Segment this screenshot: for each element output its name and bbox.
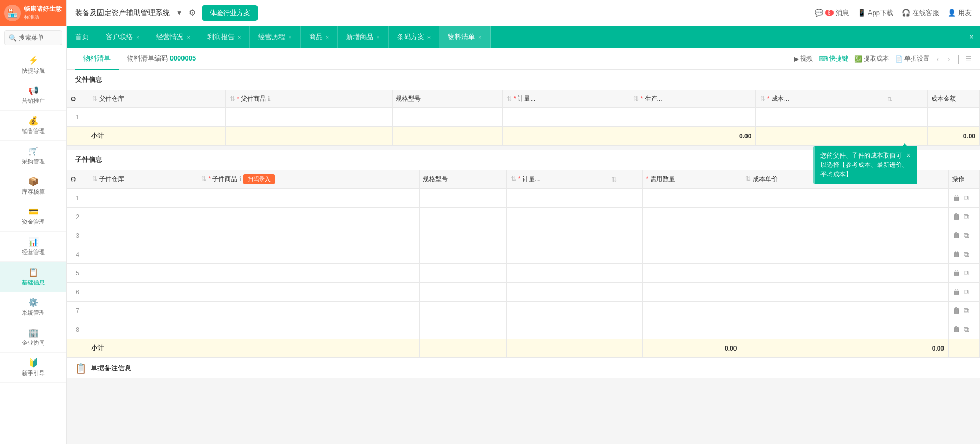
view-video-btn[interactable]: ▶ 视频 xyxy=(794,54,813,63)
child-row-4-goods[interactable] xyxy=(197,245,420,264)
child-settings-icon[interactable]: ⚙ xyxy=(70,176,76,183)
sidebar-item-quick-nav[interactable]: ⚡ 快捷导航 xyxy=(0,50,66,80)
child-row-6-warehouse[interactable] xyxy=(88,283,197,302)
tab-profit-report[interactable]: 利润报告 × xyxy=(199,26,250,48)
tab-goods[interactable]: 商品 × xyxy=(301,26,338,48)
child-row-8-delete-btn[interactable]: 🗑 xyxy=(952,324,961,334)
child-row-1-unit-cost[interactable] xyxy=(741,189,850,208)
app-download-item[interactable]: 📱 App下载 xyxy=(858,8,893,18)
child-row-6-copy-btn[interactable]: ⧉ xyxy=(963,286,970,297)
child-row-7-copy-btn[interactable]: ⧉ xyxy=(963,305,970,316)
child-row-1-goods[interactable] xyxy=(197,189,420,208)
tab-barcode[interactable]: 条码方案 × xyxy=(389,26,439,48)
child-row-7-unit-cost[interactable] xyxy=(741,302,850,320)
settings-btn[interactable]: ⚙ xyxy=(189,8,196,18)
tab-goods-close[interactable]: × xyxy=(326,34,329,40)
child-row-7-warehouse[interactable] xyxy=(88,302,197,320)
tab-new-goods-close[interactable]: × xyxy=(376,34,379,40)
sidebar-item-operation[interactable]: 📊 经营管理 xyxy=(0,232,66,262)
child-row-7-qty[interactable] xyxy=(643,302,741,320)
child-row-3-spec[interactable] xyxy=(420,226,507,245)
child-row-4-copy-btn[interactable]: ⧉ xyxy=(963,249,970,260)
sidebar-item-basic-info[interactable]: 📋 基础信息 xyxy=(0,262,66,292)
child-row-2-unit[interactable] xyxy=(507,208,607,226)
child-row-2-qty[interactable] xyxy=(643,208,741,226)
child-row-5-unit[interactable] xyxy=(507,264,607,283)
child-row-1-copy-btn[interactable]: ⧉ xyxy=(963,193,970,203)
child-row-7-delete-btn[interactable]: 🗑 xyxy=(952,305,961,316)
child-row-1-spec[interactable] xyxy=(420,189,507,208)
child-row-3-warehouse[interactable] xyxy=(88,226,197,245)
sidebar-item-purchase[interactable]: 🛒 采购管理 xyxy=(0,141,66,171)
parent-row-1-production[interactable] xyxy=(629,108,756,127)
child-row-8-unit-cost[interactable] xyxy=(741,320,850,339)
child-row-7-spec[interactable] xyxy=(420,302,507,320)
child-row-8-unit[interactable] xyxy=(507,320,607,339)
tab-operation-history[interactable]: 经营历程 × xyxy=(250,26,300,48)
child-row-3-qty[interactable] xyxy=(643,226,741,245)
sub-tab-bom-code[interactable]: 物料清单编码 0000005 xyxy=(119,48,204,70)
child-row-8-qty[interactable] xyxy=(643,320,741,339)
parent-row-1-cost[interactable] xyxy=(756,108,883,127)
child-row-5-unit-cost[interactable] xyxy=(741,264,850,283)
child-row-7-unit[interactable] xyxy=(507,302,607,320)
child-row-5-delete-btn[interactable]: 🗑 xyxy=(952,268,961,278)
tab-bom-list[interactable]: 物料清单 × xyxy=(439,26,490,48)
parent-row-1-goods[interactable] xyxy=(225,108,392,127)
child-row-8-copy-btn[interactable]: ⧉ xyxy=(963,324,970,335)
tab-home[interactable]: 首页 xyxy=(67,26,97,48)
child-row-3-unit-cost[interactable] xyxy=(741,226,850,245)
child-row-3-goods[interactable] xyxy=(197,226,420,245)
child-row-4-spec[interactable] xyxy=(420,245,507,264)
child-row-3-copy-btn[interactable]: ⧉ xyxy=(963,230,970,241)
child-row-2-spec[interactable] xyxy=(420,208,507,226)
sidebar-item-inventory[interactable]: 📦 库存核算 xyxy=(0,171,66,201)
system-dropdown-btn[interactable]: ▼ xyxy=(176,9,182,17)
trial-btn[interactable]: 体验行业方案 xyxy=(202,5,258,21)
child-row-8-goods[interactable] xyxy=(197,320,420,339)
child-row-4-unit-cost[interactable] xyxy=(741,245,850,264)
child-row-2-copy-btn[interactable]: ⧉ xyxy=(963,211,970,222)
child-row-5-warehouse[interactable] xyxy=(88,264,197,283)
child-row-1-unit[interactable] xyxy=(507,189,607,208)
tab-profit-report-close[interactable]: × xyxy=(238,34,241,40)
next-arrow[interactable]: › xyxy=(947,55,951,63)
list-view-icon[interactable]: ☰ xyxy=(966,55,972,63)
child-row-2-unit-cost[interactable] xyxy=(741,208,850,226)
sidebar-item-sales[interactable]: 💰 销售管理 xyxy=(0,111,66,141)
sub-tab-bom-list[interactable]: 物料清单 xyxy=(75,48,119,70)
parent-row-1-spec[interactable] xyxy=(393,108,503,127)
tab-operation-status-close[interactable]: × xyxy=(187,34,190,40)
tab-customer-close[interactable]: × xyxy=(136,34,139,40)
tab-bar-close-btn[interactable]: × xyxy=(963,32,980,42)
child-row-1-delete-btn[interactable]: 🗑 xyxy=(952,193,961,203)
user-item[interactable]: 👤 用友 xyxy=(948,8,972,18)
child-row-3-unit[interactable] xyxy=(507,226,607,245)
tab-bom-list-close[interactable]: × xyxy=(478,34,481,40)
child-row-6-goods[interactable] xyxy=(197,283,420,302)
child-row-5-qty[interactable] xyxy=(643,264,741,283)
extract-cost-btn[interactable]: 💹 提取成本 xyxy=(854,54,889,63)
single-settings-btn[interactable]: 📄 单据设置 xyxy=(895,54,929,63)
child-row-2-warehouse[interactable] xyxy=(88,208,197,226)
tab-barcode-close[interactable]: × xyxy=(427,34,431,40)
parent-row-1-warehouse[interactable] xyxy=(88,108,226,127)
child-row-1-warehouse[interactable] xyxy=(88,189,197,208)
tab-operation-status[interactable]: 经营情况 × xyxy=(148,26,199,48)
sidebar-item-finance[interactable]: 💳 资金管理 xyxy=(0,201,66,232)
tooltip-close-btn[interactable]: × xyxy=(906,151,910,160)
child-row-3-delete-btn[interactable]: 🗑 xyxy=(952,230,961,241)
child-row-8-spec[interactable] xyxy=(420,320,507,339)
child-row-2-goods[interactable] xyxy=(197,208,420,226)
child-row-1-qty[interactable] xyxy=(643,189,741,208)
parent-row-1-unit[interactable] xyxy=(503,108,629,127)
settings-icon[interactable]: ⚙ xyxy=(70,95,76,103)
child-row-5-copy-btn[interactable]: ⧉ xyxy=(963,268,970,279)
tab-customer[interactable]: 客户联络 × xyxy=(97,26,148,48)
message-item[interactable]: 💬 6 消息 xyxy=(815,8,849,18)
child-row-6-unit-cost[interactable] xyxy=(741,283,850,302)
online-service-item[interactable]: 🎧 在线客服 xyxy=(902,8,939,18)
shortcut-btn[interactable]: ⌨ 快捷键 xyxy=(819,54,848,63)
child-row-7-goods[interactable] xyxy=(197,302,420,320)
tab-new-goods[interactable]: 新增商品 × xyxy=(338,26,388,48)
